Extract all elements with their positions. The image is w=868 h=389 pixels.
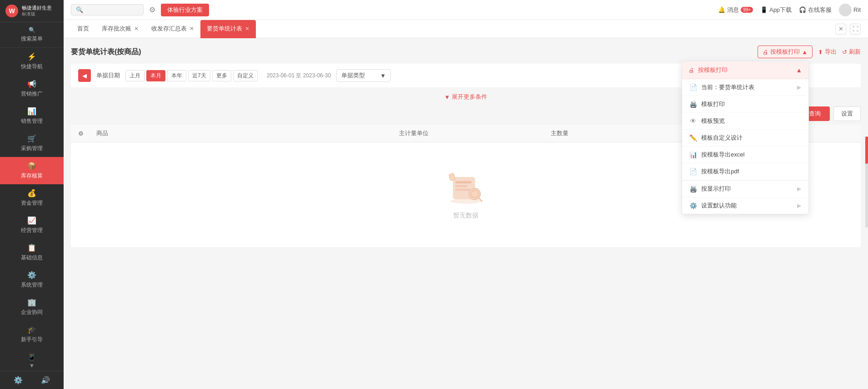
sidebar-item-appstore[interactable]: 📱 应用中心: [0, 348, 64, 360]
chevron-left-icon: ◀: [82, 72, 87, 79]
dropdown-item-current-template[interactable]: 📄 当前：要货单统计表 ▶: [682, 79, 808, 96]
export-button[interactable]: ⬆ 导出: [818, 48, 837, 56]
tab-bar-end: ✕ ⛶: [835, 24, 861, 35]
date-btn-prev-month[interactable]: 上月: [125, 70, 145, 81]
template-print-icon: 🖨️: [689, 101, 697, 108]
export-excel-icon: 📊: [689, 151, 697, 158]
experience-button[interactable]: 体验行业方案: [161, 4, 209, 16]
date-btn-7days[interactable]: 近7天: [188, 70, 210, 81]
table-col-goods: 商品: [96, 129, 399, 137]
gear-icon[interactable]: ⚙: [149, 5, 155, 14]
sidebar-item-inventory[interactable]: 📦 库存核算: [0, 157, 64, 184]
dropdown-header: 🖨 按模板打印 ▲: [682, 61, 808, 79]
volume-icon[interactable]: 🔊: [41, 376, 50, 384]
inventory-icon: 📦: [27, 162, 36, 170]
online-service-action[interactable]: 🎧 在线客服: [799, 6, 832, 14]
export-pdf-icon: 📄: [689, 168, 697, 175]
sidebar-item-basics[interactable]: 📋 基础信息: [0, 239, 64, 266]
dropdown-item-template-print[interactable]: 🖨️ 模板打印: [682, 96, 808, 113]
set-default-icon: ⚙️: [689, 202, 697, 209]
template-print-button[interactable]: 🖨 按模板打印 ▲: [758, 45, 813, 58]
sales-icon: 📊: [27, 107, 36, 116]
close-tab-collection-summary[interactable]: ✕: [190, 25, 194, 32]
sidebar-item-operations[interactable]: 📈 经营管理: [0, 212, 64, 239]
dropdown-item-export-excel[interactable]: 📊 按模板导出excel: [682, 147, 808, 163]
sidebar-search[interactable]: 🔍 搜索菜单: [0, 22, 64, 48]
sidebar-item-newbie[interactable]: 🎓 新手引导: [0, 321, 64, 348]
table-col-unit: 主计量单位: [399, 129, 550, 137]
empty-illustration: [445, 170, 486, 206]
export-icon: ⬆: [818, 49, 823, 56]
table-col-settings[interactable]: ⚙: [78, 130, 96, 137]
arrow-icon-0: ▶: [797, 84, 801, 91]
refresh-button[interactable]: ↺ 刷新: [842, 48, 861, 56]
sidebar-item-marketing[interactable]: 📢 营销推广: [0, 75, 64, 102]
newbie-icon: 🎓: [27, 325, 36, 334]
expand-more-button[interactable]: ▼ 展开更多条件: [444, 93, 488, 101]
basics-icon: 📋: [27, 243, 36, 252]
message-badge: 99+: [741, 7, 753, 13]
close-tab-inventory-batch[interactable]: ✕: [134, 25, 139, 32]
display-print-icon: 🖨️: [689, 185, 697, 192]
user-profile[interactable]: Rit: [839, 4, 861, 16]
tab-home[interactable]: 首页: [71, 20, 95, 38]
page-header: 要货单统计表(按商品) 🖨 按模板打印 ▲ ⬆ 导出 ↺ 刷新: [71, 45, 861, 58]
tab-inventory-batch[interactable]: 库存批次账 ✕: [95, 20, 145, 38]
app-download-action[interactable]: 📱 App下载: [760, 6, 792, 14]
svg-rect-2: [455, 181, 472, 183]
system-icon: ⚙️: [27, 271, 36, 279]
sidebar-nav: ⚡ 快捷导航 📢 营销推广 📊 销售管理 🛒 采购管理 📦 库存核算 💰 资金管…: [0, 48, 64, 360]
scrollbar-thumb[interactable]: [865, 136, 868, 164]
sidebar-item-quick-nav[interactable]: ⚡ 快捷导航: [0, 48, 64, 75]
sidebar-item-system[interactable]: ⚙️ 系统管理: [0, 266, 64, 293]
bell-icon: 🔔: [718, 6, 725, 13]
tab-maximize-button[interactable]: ⛶: [850, 24, 861, 35]
date-range-display: 2023-06-01 至 2023-06-30: [267, 72, 331, 80]
date-btn-more[interactable]: 更多: [212, 70, 231, 81]
app-logo-icon: W: [5, 5, 18, 17]
template-print-dropdown: 🖨 按模板打印 ▲ 📄 当前：要货单统计表 ▶ 🖨️ 模板打印 👁 模板预览 ✏…: [682, 61, 809, 214]
table-settings-icon[interactable]: ⚙: [78, 130, 84, 137]
filter-expand-button[interactable]: ◀: [78, 69, 91, 82]
date-btn-custom[interactable]: 自定义: [233, 70, 258, 81]
settings-button[interactable]: 设置: [833, 106, 861, 121]
sidebar-scroll-down[interactable]: ▼: [0, 360, 64, 371]
search-icon: 🔍: [29, 27, 35, 33]
date-buttons: 上月 本月 本年 近7天 更多 自定义: [125, 70, 258, 81]
sidebar-bottom: ⚙️ 🔊: [0, 371, 64, 389]
sidebar-item-finance[interactable]: 💰 资金管理: [0, 184, 64, 212]
close-tab-order-stats[interactable]: ✕: [245, 25, 249, 32]
dropdown-item-display-print[interactable]: 🖨️ 按显示打印 ▶: [682, 181, 808, 197]
printer-dropdown-icon: 🖨: [688, 67, 694, 74]
top-search-box[interactable]: 🔍: [71, 4, 144, 15]
tab-collection-summary[interactable]: 收发存汇总表 ✕: [145, 20, 200, 38]
top-bar: 🔍 ⚙ 体验行业方案 🔔 消息 99+ 📱 App下载 🎧 在线客服 Rit: [64, 0, 868, 20]
current-template-icon: 📄: [689, 84, 697, 91]
dropdown-item-template-design[interactable]: ✏️ 模板自定义设计: [682, 130, 808, 147]
message-action[interactable]: 🔔 消息 99+: [718, 6, 753, 14]
table-col-quantity: 主数量: [551, 129, 702, 137]
tab-order-stats[interactable]: 要货单统计表 ✕: [200, 20, 256, 38]
search-input[interactable]: [86, 7, 131, 13]
avatar: [839, 4, 852, 16]
date-btn-year[interactable]: 本年: [167, 70, 186, 81]
dropdown-item-set-default[interactable]: ⚙️ 设置默认功能 ▶: [682, 197, 808, 214]
marketing-icon: 📢: [27, 80, 36, 88]
svg-rect-3: [455, 185, 468, 187]
dropdown-close-button[interactable]: ▲: [796, 66, 802, 74]
sidebar-item-enterprise[interactable]: 🏢 企业协同: [0, 293, 64, 321]
expand-more-icon: ▼: [444, 94, 450, 101]
download-icon: 📱: [760, 6, 768, 13]
dropdown-item-template-preview[interactable]: 👁 模板预览: [682, 113, 808, 130]
dropdown-item-export-pdf[interactable]: 📄 按模板导出pdf: [682, 163, 808, 180]
settings-bottom-icon[interactable]: ⚙️: [14, 376, 23, 384]
tab-close-window-button[interactable]: ✕: [835, 24, 846, 35]
right-scrollbar[interactable]: [865, 136, 868, 227]
enterprise-icon: 🏢: [27, 298, 36, 307]
order-type-select[interactable]: 单据类型 ▼: [336, 69, 391, 82]
date-btn-current-month[interactable]: 本月: [146, 70, 165, 81]
sidebar-item-purchase[interactable]: 🛒 采购管理: [0, 130, 64, 157]
page-header-actions: 🖨 按模板打印 ▲ ⬆ 导出 ↺ 刷新: [758, 45, 861, 58]
finance-icon: 💰: [27, 189, 36, 197]
sidebar-item-sales[interactable]: 📊 销售管理: [0, 102, 64, 130]
